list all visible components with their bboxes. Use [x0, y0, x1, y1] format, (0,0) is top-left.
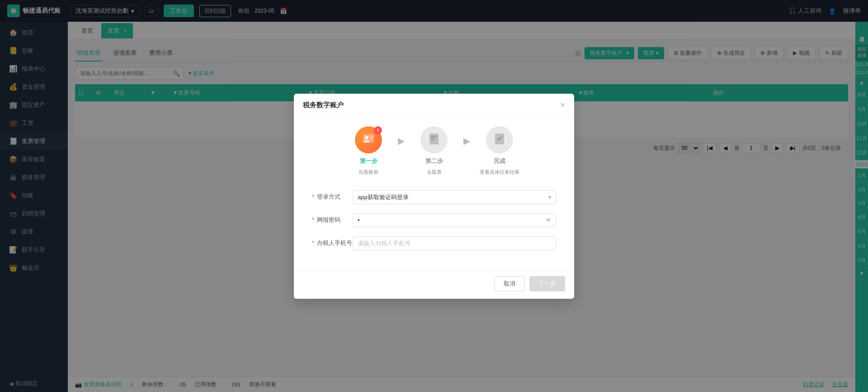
modal-overlay: 税务数字账户 × — [0, 0, 868, 392]
login-method-select[interactable]: app获取验证码登录 — [353, 190, 556, 204]
steps-row: ! 第一步 完善账密 ▶ — [312, 126, 556, 176]
password-label: * 网报密码 — [312, 216, 353, 224]
modal-close-button[interactable]: × — [560, 101, 565, 109]
phone-input[interactable] — [353, 236, 556, 250]
step-3-desc: 查看具体任务结果 — [480, 169, 519, 176]
modal-footer: 取消 下一步 — [294, 270, 574, 299]
svg-rect-5 — [429, 134, 439, 144]
svg-point-1 — [365, 136, 368, 139]
svg-rect-2 — [364, 140, 369, 142]
phone-control — [353, 236, 556, 250]
step-arrow-2: ▶ — [463, 135, 470, 146]
step-1-label: 第一步 — [360, 157, 377, 165]
password-control: 👁 — [353, 213, 556, 227]
modal-body: ! 第一步 完善账密 ▶ — [294, 115, 574, 270]
step-2-label: 第二步 — [425, 157, 443, 165]
step-2-icon-wrap — [420, 126, 448, 153]
step-3-icon — [493, 132, 506, 148]
phone-label: * 办税人手机号 — [312, 239, 353, 247]
step-3-label: 完成 — [494, 157, 505, 165]
tax-account-modal: 税务数字账户 × — [294, 94, 574, 299]
pw-required-star: * — [312, 216, 314, 223]
svg-rect-4 — [370, 139, 372, 139]
step-1-icon — [362, 132, 375, 148]
svg-rect-3 — [370, 137, 373, 138]
login-method-row: * 登录方式 app获取验证码登录 ▾ — [312, 190, 556, 204]
step-2-icon — [428, 132, 440, 148]
step-2-desc: 去取票 — [427, 169, 442, 176]
phone-required-star: * — [312, 239, 314, 246]
eye-icon[interactable]: 👁 — [546, 217, 552, 224]
step-3: 完成 查看具体任务结果 — [470, 126, 529, 176]
step-2: 第二步 去取票 — [405, 126, 463, 176]
modal-header: 税务数字账户 × — [294, 94, 574, 115]
step-1-desc: 完善账密 — [359, 169, 378, 176]
password-input[interactable] — [353, 213, 556, 227]
next-button[interactable]: 下一步 — [529, 276, 565, 292]
step-1-icon-wrap: ! — [355, 126, 382, 153]
step-1-badge: ! — [374, 126, 382, 134]
svg-rect-6 — [431, 136, 437, 137]
password-row: * 网报密码 👁 — [312, 213, 556, 227]
modal-title: 税务数字账户 — [303, 101, 344, 110]
cancel-button[interactable]: 取消 — [494, 276, 525, 292]
login-required-star: * — [312, 193, 314, 200]
login-method-control: app获取验证码登录 ▾ — [353, 190, 556, 204]
step-arrow-1: ▶ — [398, 135, 405, 146]
login-method-label: * 登录方式 — [312, 193, 353, 201]
step-1: ! 第一步 完善账密 — [339, 126, 398, 176]
step-3-icon-wrap — [486, 126, 513, 153]
svg-rect-8 — [431, 139, 434, 140]
phone-row: * 办税人手机号 — [312, 236, 556, 250]
svg-rect-7 — [431, 138, 435, 139]
